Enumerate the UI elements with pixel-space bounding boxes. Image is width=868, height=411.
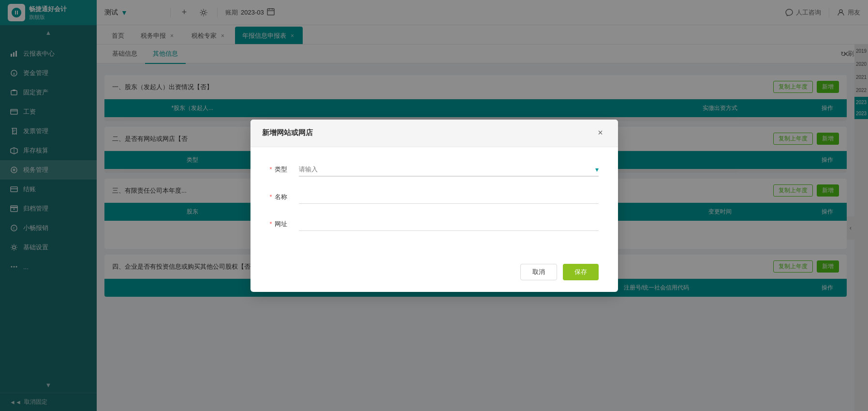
cancel-button[interactable]: 取消 (520, 264, 557, 280)
form-label-name: * 名称 (270, 193, 299, 201)
type-input[interactable] (299, 163, 599, 176)
required-mark-url: * (270, 220, 272, 228)
modal-close-button[interactable]: × (595, 127, 606, 139)
modal-overlay[interactable]: 新增网站或网店 × * 类型 ▾ (0, 0, 868, 411)
modal-header: 新增网站或网店 × (250, 120, 618, 147)
form-control-url (299, 217, 599, 231)
required-mark-type: * (270, 166, 272, 173)
form-select-type-wrapper: ▾ (299, 163, 599, 176)
form-row-name: * 名称 (270, 190, 599, 204)
name-input[interactable] (299, 190, 599, 204)
required-mark-name: * (270, 193, 272, 200)
form-control-name (299, 190, 599, 204)
form-label-url: * 网址 (270, 220, 299, 228)
form-control-type: ▾ (299, 163, 599, 177)
form-label-type: * 类型 (270, 165, 299, 174)
modal-add-website: 新增网站或网店 × * 类型 ▾ (250, 120, 618, 292)
save-button[interactable]: 保存 (563, 264, 599, 280)
form-row-type: * 类型 ▾ (270, 163, 599, 177)
modal-footer: 取消 保存 (250, 256, 618, 292)
url-input[interactable] (299, 217, 599, 231)
modal-title: 新增网站或网店 (262, 128, 313, 137)
form-row-url: * 网址 (270, 217, 599, 231)
modal-body: * 类型 ▾ * 名称 (250, 147, 618, 256)
